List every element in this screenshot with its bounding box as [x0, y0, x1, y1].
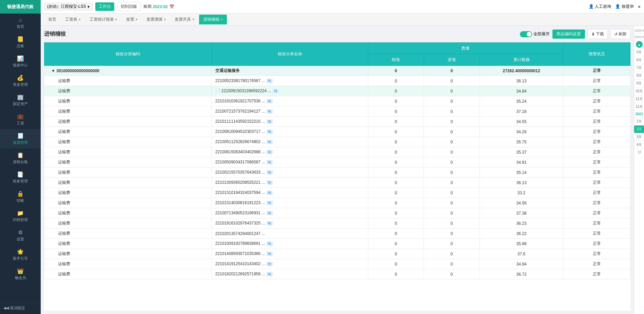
cell-cumulative: 34.94: [480, 259, 563, 269]
right-panel-month-1[interactable]: 1月: [634, 118, 644, 125]
invoice-icon: 🧾: [17, 133, 24, 139]
cell-invoice-num: 22102013574294001247 ...: [212, 229, 368, 239]
right-panel-month-9[interactable]: 9月: [634, 80, 644, 87]
cell-invoice-num: 22101820212692571958 ... 吨: [212, 269, 368, 279]
table-row[interactable]: 运输费 22100615083403402688 ... 吨 0 0 35.37…: [44, 147, 630, 157]
period-display: 账期 2023-02 📅: [143, 4, 174, 9]
table-row[interactable]: 运输费 22101111143592152210 ... 吨 0 0 34.55…: [44, 117, 630, 127]
cell-sales: 0: [368, 147, 424, 157]
tab-invoice-issue[interactable]: 发票开具 ×: [171, 15, 198, 24]
sidebar-item-close[interactable]: 🔒 结账: [0, 187, 41, 207]
table-row[interactable]: 运输费 22101820212692571958 ... 吨 0 0 36.72…: [44, 269, 630, 279]
sidebar-item-invoice[interactable]: 🧾 发票管理: [0, 129, 41, 149]
tab-salary-close[interactable]: ×: [79, 18, 81, 21]
tab-salary[interactable]: 工资表 ×: [61, 15, 85, 24]
cell-status: 正常: [563, 229, 630, 239]
right-panel-year-1[interactable]: 2023.02: [634, 27, 644, 34]
tab-salary-report-close[interactable]: ×: [115, 18, 117, 21]
user-button[interactable]: 👤 徐莲华: [615, 4, 633, 9]
download-button[interactable]: ⬇ 下载: [588, 29, 608, 39]
sku-settings-button[interactable]: 商品编码设置: [552, 30, 585, 39]
table-row[interactable]: 运输费 22100509034317086587 ... 吨 0 0 34.91…: [44, 157, 630, 168]
unpin-button[interactable]: ◀◀ 取消固定: [0, 302, 41, 314]
table-row[interactable]: 运输费 22101309365208535221 ... 吨 0 0 36.13…: [44, 178, 630, 188]
table-row[interactable]: 运输费 22102013574294001247 ... 0 0 36.22 正…: [44, 229, 630, 239]
tab-salary-report[interactable]: 工资统计报表 ×: [85, 15, 121, 24]
cell-status: 正常: [563, 117, 630, 127]
sidebar-item-purchase[interactable]: 📋 进销台账: [0, 149, 41, 168]
sidebar-item-archive[interactable]: 📁 归档管理: [0, 207, 41, 226]
table-row[interactable]: 运输费 22101910361921707536 ... 吨 0 0 35.24…: [44, 96, 630, 106]
tab-invoice-calc-close[interactable]: ×: [164, 18, 166, 21]
cell-tax-code: 运输费: [44, 96, 212, 106]
cell-status: 正常: [563, 269, 630, 279]
right-panel-year-2023[interactable]: 2023: [634, 111, 644, 118]
sidebar-item-member[interactable]: 👑 畅会员: [0, 264, 41, 284]
table-row[interactable]: ▼ 3010000000000000000 交通运输服务 0 0 27262.4…: [44, 66, 630, 76]
table-row[interactable]: 运输费 22100215570357643633 ... 吨 0 0 35.14…: [44, 168, 630, 178]
cell-sales: 0: [368, 157, 424, 168]
tab-invoice-close[interactable]: ×: [136, 18, 138, 21]
cell-purchase: 0: [424, 137, 480, 147]
close-app-button[interactable]: ×: [638, 4, 641, 9]
table-row[interactable]: 运输费 22100713490523196931 ... 吨 0 0 37.38…: [44, 208, 630, 218]
table-row[interactable]: 运输费 22101009192789838691 ... 吨 0 0 35.99…: [44, 239, 630, 249]
sidebar-item-settings[interactable]: ⚙ 设置: [0, 226, 41, 245]
tab-invoice-issue-close[interactable]: ×: [192, 18, 194, 21]
right-panel-year-2[interactable]: 2023.02: [634, 34, 644, 40]
right-panel-month-8[interactable]: 8月: [634, 72, 644, 80]
sidebar-item-report[interactable]: 📊 报表中心: [0, 52, 41, 71]
cell-status: 正常: [563, 168, 630, 178]
sidebar-item-home[interactable]: ⌂ 首页: [0, 14, 41, 33]
right-panel-month-10[interactable]: 10月: [634, 87, 644, 95]
sidebar-item-ledger[interactable]: 📒 总账: [0, 33, 41, 52]
sidebar-item-assets[interactable]: 🏢 固定资产: [0, 91, 41, 110]
tab-invoice-calc[interactable]: 发票测算 ×: [142, 15, 170, 24]
sidebar-item-funds[interactable]: 💰 资金管理: [0, 71, 41, 91]
cell-tax-code: 运输费: [44, 259, 212, 269]
scroll-up-button[interactable]: ▲: [636, 41, 643, 48]
cell-sales: 0: [368, 76, 424, 86]
table-row[interactable]: 运输费 22101916102976437325 ... 吨 0 0 36.23…: [44, 218, 630, 229]
company-selector[interactable]: (勿动）江西报宝-LSS ▾: [44, 3, 93, 11]
table-row[interactable]: 运输费 22100523381780176567 ... 吨 0 0 36.13…: [44, 76, 630, 86]
table-row[interactable]: 运输费 22101408593571035366 ... 吨 0 0 37.6 …: [44, 249, 630, 259]
right-panel-month-2[interactable]: 2月: [634, 125, 644, 133]
right-panel-month-12[interactable]: 12月: [634, 103, 644, 111]
tab-home[interactable]: 首页: [44, 15, 60, 24]
col-cumulative: 累计数额: [480, 54, 563, 66]
cell-invoice-num: 22101310194324037594 ... 吨: [212, 188, 368, 198]
right-panel-month-7[interactable]: 7月: [634, 64, 644, 72]
cell-status: 正常: [563, 259, 630, 269]
expand-all-toggle[interactable]: [520, 31, 532, 37]
tab-sales-audit[interactable]: 进销稽核 ×: [199, 15, 227, 24]
refresh-button[interactable]: ↺ 刷新: [610, 29, 630, 39]
right-panel-month-4[interactable]: 4月: [634, 141, 644, 149]
table-row[interactable]: 运输费 22101314030816191223 ... 吨 0 0 34.56…: [44, 198, 630, 208]
table-row[interactable]: 运输费 22100721573762194127 ... 吨 0 0 37.18…: [44, 106, 630, 117]
page-actions: 全部展开 商品编码设置 ⬇ 下载 ↺ 刷新: [520, 29, 630, 39]
unit-badge: 吨: [266, 272, 273, 276]
support-button[interactable]: 👤 人工咨询: [589, 4, 611, 9]
right-panel-month-5[interactable]: 5月: [634, 48, 644, 56]
sidebar-item-salary[interactable]: 💼 工资: [0, 110, 41, 129]
calendar-icon[interactable]: 📅: [169, 4, 174, 9]
table-row[interactable]: 运输费 22100511252826674802 ... 吨 0 0 35.75…: [44, 137, 630, 147]
right-panel-month-6[interactable]: 6月: [634, 56, 644, 64]
cell-invoice-num: 22100511252826674802 ... 吨: [212, 137, 368, 147]
sidebar-item-tax[interactable]: 📑 税务管理: [0, 168, 41, 187]
right-panel-month-11[interactable]: 11月: [634, 95, 644, 103]
table-row[interactable]: 运输费 22101419125410143402 ... 吨 0 0 34.94…: [44, 259, 630, 269]
table-row[interactable]: 运输费 22101310194324037594 ... 吨 0 0 33.2 …: [44, 188, 630, 198]
tab-sales-audit-close[interactable]: ×: [221, 18, 223, 21]
cell-status: 正常: [563, 218, 630, 229]
cell-cumulative: 35.37: [480, 147, 563, 157]
switch-old-button[interactable]: 切到旧版: [117, 2, 141, 11]
table-row[interactable]: 运输费 22100810094532303717 ... 吨 0 0 34.26…: [44, 127, 630, 137]
tab-invoice[interactable]: 发票 ×: [122, 15, 142, 24]
cell-invoice-num: 22101309365208535221 ... 吨: [212, 178, 368, 188]
right-panel-month-3[interactable]: 3月: [634, 133, 644, 141]
table-row[interactable]: 运输费 📄22100915031396592224 ... 吨 0 0 34.8…: [44, 86, 630, 96]
sidebar-item-guide[interactable]: 🌟 新手引导: [0, 245, 41, 264]
workbench-button[interactable]: 工作台: [95, 2, 114, 11]
